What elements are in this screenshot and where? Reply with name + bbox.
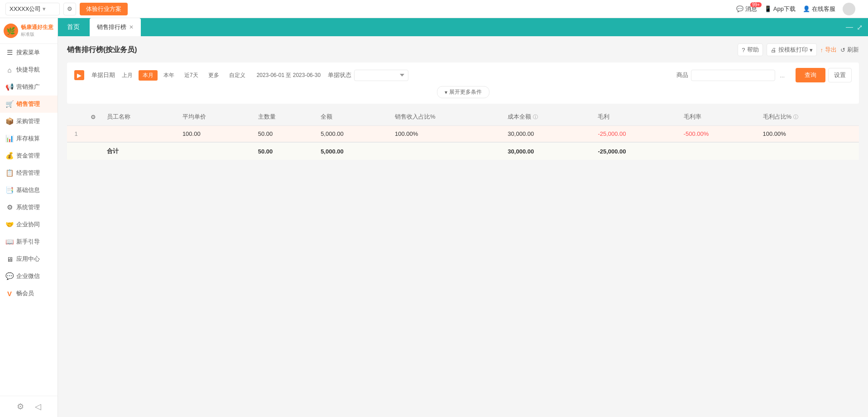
footer-empty-rank [67, 142, 85, 160]
cell-name [101, 126, 177, 143]
tab-close-icon[interactable]: ✕ [129, 24, 134, 30]
sidebar-settings-button[interactable]: ⚙ [13, 400, 28, 413]
sidebar-item-quick-nav[interactable]: ⌂ 快捷导航 [0, 61, 58, 78]
date-tab-custom[interactable]: 自定义 [225, 70, 249, 81]
app-center-icon: 🖥 [5, 255, 14, 263]
footer-avg-price [177, 142, 253, 160]
search-menu-icon: ☰ [5, 48, 14, 57]
purchase-icon: 📦 [5, 117, 14, 125]
finance-icon: 💰 [5, 152, 14, 160]
help-icon: ? [742, 47, 745, 53]
date-tab-7days[interactable]: 近7天 [180, 70, 202, 81]
guide-icon: 📖 [5, 238, 14, 246]
sidebar-item-guide[interactable]: 📖 新手引导 [0, 233, 58, 250]
page-title: 销售排行榜(按业务员) [67, 45, 137, 55]
goods-filter-input[interactable] [691, 70, 775, 81]
setting-button[interactable]: 设置 [828, 68, 852, 82]
topbar-settings-button[interactable]: ⚙ [63, 3, 76, 15]
export-label: 导出 [825, 46, 837, 54]
export-icon: ↑ [820, 47, 824, 53]
date-tab-more[interactable]: 更多 [204, 70, 223, 81]
footer-gross: -25,000.00 [592, 142, 678, 160]
filter-collapse-button[interactable]: ▶ [74, 70, 84, 80]
sidebar-item-app-center[interactable]: 🖥 应用中心 [0, 250, 58, 268]
app-label: App下载 [773, 5, 796, 13]
cell-setting [85, 126, 101, 143]
col-header-amount: 全额 [315, 108, 389, 126]
app-download-button[interactable]: 📱 App下载 [764, 5, 796, 13]
col-header-gross: 毛利 [592, 108, 678, 126]
export-button[interactable]: ↑ 导出 [820, 46, 837, 54]
sidebar-item-inventory[interactable]: 📊 库存核算 [0, 130, 58, 147]
wechat-icon: 💬 [5, 272, 14, 280]
sidebar-item-wechat[interactable]: 💬 企业微信 [0, 268, 58, 285]
brand-logo-area: 🌿 畅康通好生意 标准版 [0, 18, 58, 44]
refresh-label: 刷新 [847, 46, 859, 54]
table-header-row: ⚙ 员工名称 平均单价 主数量 全额 销售收入占比% 成本全额 ⓘ 毛利 毛利率 [67, 108, 859, 126]
col-header-setting[interactable]: ⚙ [85, 108, 101, 126]
col-header-quantity: 主数量 [253, 108, 315, 126]
tab-sales-ranking[interactable]: 销售排行榜 ✕ [90, 18, 141, 36]
col-header-avg-price: 平均单价 [177, 108, 253, 126]
status-filter-select[interactable] [354, 70, 408, 81]
refresh-icon: ↺ [840, 47, 845, 53]
print-button[interactable]: 🖨 按模板打印 ▾ [767, 43, 817, 56]
tab-minimize-icon[interactable]: — [846, 23, 853, 31]
gross-pct-info-icon[interactable]: ⓘ [793, 114, 798, 120]
app-icon: 📱 [764, 5, 772, 12]
company-selector[interactable]: XXXXX公司 ▾ [5, 3, 60, 15]
brand-icon: 🌿 [4, 24, 18, 38]
date-tab-last-month[interactable]: 上月 [118, 70, 137, 81]
cost-info-icon[interactable]: ⓘ [533, 114, 538, 120]
sidebar-item-cooperation[interactable]: 🤝 企业协同 [0, 216, 58, 233]
online-service-button[interactable]: 👤 在线客服 [803, 5, 835, 13]
sidebar-label-purchase: 采购管理 [16, 117, 40, 125]
service-label: 在线客服 [812, 5, 835, 13]
tab-maximize-icon[interactable]: ⤢ [857, 23, 863, 32]
cell-avg-price: 100.00 [177, 126, 253, 143]
sidebar-label-cooperation: 企业协同 [16, 220, 40, 229]
expand-more-button[interactable]: ▾ 展开更多条件 [437, 86, 489, 98]
cell-amount: 5,000.00 [315, 126, 389, 143]
quick-nav-icon: ⌂ [5, 66, 14, 74]
sidebar-item-vip[interactable]: V 畅会员 [0, 285, 58, 302]
sales-icon: 🛒 [5, 100, 14, 108]
sidebar-item-search-menu[interactable]: ☰ 搜索菜单 [0, 44, 58, 61]
message-button[interactable]: 💬 消息 99+ [736, 5, 757, 13]
tab-home-label: 首页 [67, 23, 80, 31]
goods-more-icon[interactable]: ... [780, 72, 785, 79]
col-header-gross-rate: 毛利率 [678, 108, 758, 126]
date-tab-this-month[interactable]: 本月 [139, 70, 158, 81]
date-tab-this-year[interactable]: 本年 [159, 70, 178, 81]
table-footer-row: 合计 50.00 5,000.00 30,000.00 -25,000.00 [67, 142, 859, 160]
query-button[interactable]: 查询 [796, 68, 825, 82]
expand-icon: ▾ [445, 89, 447, 96]
sidebar-label-marketing: 营销推广 [16, 83, 40, 91]
print-label: 按模板打印 [778, 46, 808, 54]
footer-gross-rate [678, 142, 758, 160]
tab-home[interactable]: 首页 [58, 18, 89, 36]
sidebar-item-purchase[interactable]: 📦 采购管理 [0, 113, 58, 130]
try-industry-button[interactable]: 体验行业方案 [80, 3, 128, 15]
cell-gross: -25,000.00 [592, 126, 678, 143]
brand-sub: 标准版 [21, 31, 53, 38]
sidebar-item-finance[interactable]: 💰 资金管理 [0, 147, 58, 164]
sidebar-item-marketing[interactable]: 📢 营销推广 [0, 78, 58, 96]
sidebar-item-basic-info[interactable]: 📑 基础信息 [0, 182, 58, 199]
goods-filter-label: 商品 [676, 71, 688, 79]
cooperation-icon: 🤝 [5, 220, 14, 229]
system-icon: ⚙ [5, 203, 14, 211]
marketing-icon: 📢 [5, 83, 14, 91]
help-button[interactable]: ? 帮助 [738, 43, 762, 56]
footer-quantity: 50.00 [253, 142, 315, 160]
sidebar-item-sales[interactable]: 🛒 销售管理 [0, 96, 58, 113]
footer-label: 合计 [101, 142, 177, 160]
sidebar-collapse-button[interactable]: ◁ [31, 400, 45, 413]
table-row: 1 100.00 50.00 5,000.00 100.00% 30,000.0… [67, 126, 859, 143]
sidebar-item-system[interactable]: ⚙ 系统管理 [0, 199, 58, 216]
avatar[interactable] [843, 3, 855, 15]
print-dropdown-icon: ▾ [810, 47, 813, 53]
cell-gross-rate: -500.00% [678, 126, 758, 143]
refresh-button[interactable]: ↺ 刷新 [840, 46, 859, 54]
sidebar-item-operations[interactable]: 📋 经营管理 [0, 164, 58, 182]
